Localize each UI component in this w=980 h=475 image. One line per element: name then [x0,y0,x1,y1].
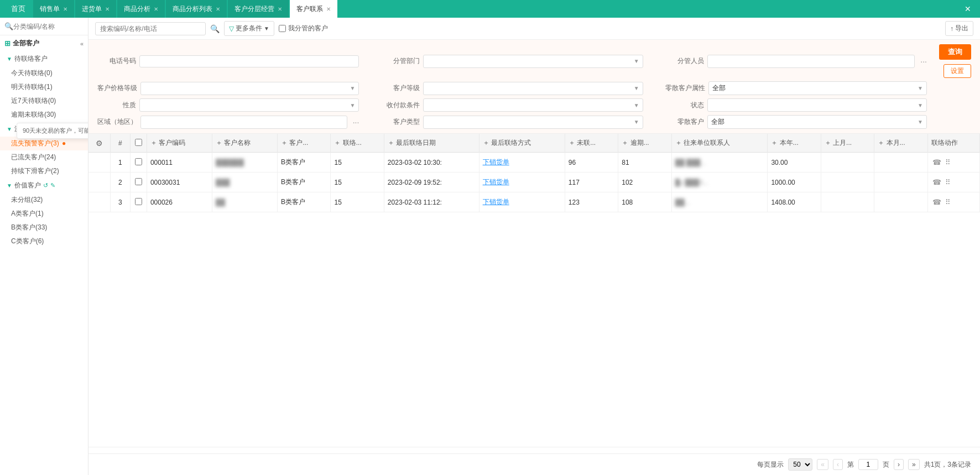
sidebar-section-value[interactable]: ▼ 价值客户 ↺ ✎ [0,178,88,193]
edit-icon[interactable]: ✎ [50,182,55,189]
col-this-year-header: ＋ 本年... [768,134,821,153]
adv-filter-row-3: 性质 ▼ 收付款条件 ▼ 状态 [97,98,971,112]
filter-action-col: 查询 设置 [927,44,971,78]
sidebar-item-7day-contact[interactable]: 近7天待联络(0) [0,94,88,108]
chevron-down-icon-2: ▼ [350,85,355,91]
row2-overdue: 102 [618,173,671,192]
close-all-tabs-icon[interactable]: ✕ [960,4,976,13]
payment-select[interactable]: ▼ [423,98,643,112]
prev-page-button[interactable]: ‹ [833,459,843,470]
sidebar-section-pending[interactable]: ▼ 待联络客户 [0,51,88,66]
row3-more-icon[interactable]: ⠿ [944,197,952,207]
col-code-header: ＋ 客户编码 [147,134,212,153]
row2-last-date: 2023-02-09 19:52: [384,173,479,192]
dept-select[interactable]: ▼ [423,55,643,68]
table-footer: 每页显示 50 « ‹ 第 页 › » 共1页，3条记录 [88,453,980,475]
page-label-before: 第 [847,460,854,469]
sidebar-item-tomorrow-contact[interactable]: 明天待联络(1) [0,80,88,94]
filter-field-payment: 收付款条件 ▼ [381,98,643,112]
close-tab-customer-segment-icon[interactable]: ✕ [278,6,282,12]
row1-name: ██████ [212,153,277,173]
customer-type-select[interactable]: ▼ [423,116,643,129]
close-tab-purchase-icon[interactable]: ✕ [105,6,110,12]
customer-type-label: 客户类型 [381,117,420,127]
chevron-down-icon: ▼ [264,25,269,32]
nav-tab-analysis-list[interactable]: 商品分析列表 ✕ [166,0,227,18]
region-more-dots[interactable]: ··· [353,118,359,127]
next-page-button[interactable]: › [894,459,904,470]
sidebar-item-a-class[interactable]: A类客户(1) [0,207,88,221]
row1-contact-icon[interactable]: ☎ [931,157,942,168]
price-level-select[interactable]: ▼ [140,82,359,95]
row2-checkbox[interactable] [135,178,142,185]
nature-label: 性质 [97,101,136,110]
sidebar-search-bar: 🔍 [0,18,88,35]
last-page-button[interactable]: » [908,459,920,470]
scattered-select[interactable]: 全部 ▼ [707,115,927,129]
page-input[interactable] [858,459,878,470]
row1-last-method-link[interactable]: 下销货单 [483,158,509,166]
row3-checkbox[interactable] [135,198,142,205]
nav-tab-purchase[interactable]: 进货单 ✕ [75,0,116,18]
chevron-down-icon-3: ▼ [634,85,639,91]
row1-checkbox[interactable] [135,158,142,165]
nav-tab-customer-segment[interactable]: 客户分层经营 ✕ [228,0,289,18]
settings-button[interactable]: 设置 [943,64,971,78]
more-conditions-button[interactable]: ▽ 更多条件 ▼ [224,21,274,36]
nav-tab-sales[interactable]: 销售单 ✕ [33,0,74,18]
phone-label: 电话号码 [97,56,136,66]
customer-level-select[interactable]: ▼ [423,82,643,95]
row1-more-icon[interactable]: ⠿ [944,157,952,168]
sidebar-item-churned[interactable]: 已流失客户(24) [0,150,88,164]
select-all-checkbox[interactable] [135,139,142,146]
person-select[interactable] [707,55,915,68]
sidebar-item-c-class[interactable]: C类客户(6) [0,234,88,248]
row2-more-icon[interactable]: ⠿ [944,177,952,187]
query-button[interactable]: 查询 [939,44,971,60]
sidebar-collapse-icon[interactable]: « [80,40,84,47]
status-select[interactable]: ▼ [707,98,927,112]
person-more-dots[interactable]: ··· [920,57,927,66]
row3-num [88,192,110,212]
sidebar-item-declining[interactable]: 持续下滑客户(2) [0,164,88,178]
region-select[interactable] [140,116,347,129]
sidebar-all-customers[interactable]: ⊞ 全部客户 « [0,35,88,51]
row2-last-method-link[interactable]: 下销货单 [483,178,509,186]
row2-action: ☎ ⠿ [927,173,979,192]
my-managed-checkbox-label[interactable]: 我分管的客户 [279,24,328,33]
nature-select[interactable]: ▼ [139,98,359,112]
gear-button[interactable]: ⚙ [96,139,103,148]
close-tab-analysis-list-icon[interactable]: ✕ [216,6,220,12]
close-tab-sales-icon[interactable]: ✕ [63,6,67,12]
phone-input[interactable] [139,55,359,67]
refresh-icon[interactable]: ↺ [43,182,48,189]
row2-contact: 15 [331,173,384,192]
close-tab-customer-contact-icon[interactable]: ✕ [326,6,331,12]
close-tab-analysis-icon[interactable]: ✕ [154,6,158,12]
sidebar-item-b-class[interactable]: B类客户(33) [0,221,88,234]
first-page-button[interactable]: « [817,459,828,470]
sidebar-item-churn-warning[interactable]: 流失预警客户(3) ● [0,137,88,150]
sidebar-search-input[interactable] [13,23,88,30]
scattered-attr-select[interactable]: 全部 ▼ [708,81,927,95]
col-name-header: ＋ 客户名称 [212,134,277,153]
nav-tab-customer-contact[interactable]: 客户联系 ✕ [290,0,337,18]
page-size-select[interactable]: 50 [788,458,812,471]
row3-last-method-link[interactable]: 下销货单 [483,198,509,206]
dept-label: 分管部门 [381,56,420,66]
row1-unit-contact: ██ ███... [671,153,768,173]
export-button[interactable]: ↑ 导出 [945,21,973,36]
sidebar-item-today-contact[interactable]: 今天待联络(0) [0,66,88,80]
search-button[interactable]: 🔍 [210,24,220,33]
nav-home[interactable]: 首页 [4,0,32,18]
row3-contact-icon[interactable]: ☎ [931,197,942,207]
sidebar-item-overdue-contact[interactable]: 逾期未联络(30) [0,108,88,122]
row2-contact-icon[interactable]: ☎ [931,177,942,187]
table-row: 1 000011 ██████ B类客户 15 2023-03-02 10:30… [88,153,980,173]
sidebar-item-ungroup[interactable]: 未分组(32) [0,193,88,207]
sidebar-section-sleeping[interactable]: ▼ 沉睡客户 90天未交易的客户，可能有流失风险。 [0,122,88,137]
h-scroll-area[interactable] [88,447,980,453]
search-input[interactable] [95,22,206,35]
my-managed-checkbox[interactable] [279,25,286,32]
nav-tab-analysis[interactable]: 商品分析 ✕ [117,0,165,18]
